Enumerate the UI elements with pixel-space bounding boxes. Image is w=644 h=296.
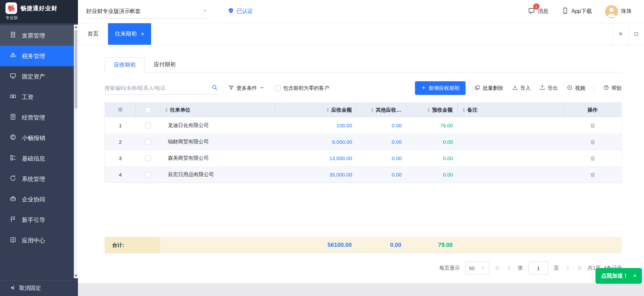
user-menu[interactable]: 珠珠 (605, 5, 632, 18)
search-icon[interactable] (211, 84, 218, 92)
import-button[interactable]: 导入 (512, 85, 531, 91)
sidebar-item-tax[interactable]: 税务管理 (0, 46, 78, 66)
tab-home[interactable]: 首页 (78, 23, 108, 45)
page-input[interactable] (532, 265, 545, 271)
checkbox-icon[interactable] (275, 85, 281, 91)
trash-icon[interactable] (590, 123, 596, 129)
base-info-icon (10, 154, 16, 163)
tab-opening-balance[interactable]: 往来期初 × (108, 23, 151, 45)
plus-icon (421, 85, 426, 91)
close-icon[interactable]: × (633, 272, 636, 279)
header-label: 应收金额 (331, 107, 352, 113)
row-checkbox[interactable] (145, 123, 151, 128)
sort-icon[interactable] (371, 108, 374, 112)
sidebar-item-reimburse[interactable]: 小畅报销 (0, 128, 78, 148)
total-other-receivable: 0.00 (357, 237, 406, 253)
export-button[interactable]: 导出 (539, 85, 558, 91)
scroll-down-icon[interactable] (75, 275, 77, 277)
header-other-receivable[interactable]: 其他应收… (357, 103, 406, 117)
first-page-button[interactable] (495, 265, 501, 271)
sidebar-item-fixed-asset[interactable]: 固定资产 (0, 66, 78, 87)
total-operations-cell (563, 237, 622, 253)
header-label: 其他应收… (376, 107, 401, 113)
scrollbar-thumb[interactable] (75, 30, 77, 109)
app-download-button[interactable]: App下载 (562, 7, 592, 16)
video-label: 视频 (575, 85, 585, 91)
sidebar-item-system[interactable]: 系统管理 (0, 169, 78, 189)
trash-icon[interactable] (590, 139, 596, 145)
sidebar: 畅 畅捷通好业财 专业版 发票管理 税务管理 固定资产 工资 (0, 0, 78, 296)
app-edition: 专业版 (5, 15, 72, 21)
certified-badge: 已认证 (228, 8, 253, 15)
import-icon (512, 85, 518, 91)
search-input[interactable] (105, 85, 211, 91)
trash-icon[interactable] (590, 155, 596, 161)
messages-button[interactable]: 消息 1 (528, 7, 549, 16)
inner-tab-label: 应收期初 (114, 61, 136, 69)
messages-label: 消息 (538, 8, 549, 15)
close-all-icon[interactable]: × (613, 23, 628, 45)
video-button[interactable]: 视频 (567, 85, 585, 91)
sidebar-item-label: 工资 (22, 93, 33, 101)
sort-icon[interactable] (462, 108, 465, 112)
trash-icon[interactable] (590, 172, 596, 178)
row-company[interactable]: 辰宏日用品有限公司 (160, 167, 275, 183)
receivable-table: 往来单位 应收金额 其他应收… 预收金额 (105, 102, 622, 183)
sort-icon[interactable] (427, 108, 430, 112)
sidebar-item-guide[interactable]: 新手引导 (0, 210, 78, 230)
tab-receivable-opening[interactable]: 应收期初 (105, 57, 145, 72)
select-all-checkbox[interactable] (145, 107, 151, 113)
row-note (458, 150, 564, 166)
header-note[interactable]: 备注 (458, 103, 564, 117)
sidebar-item-salary[interactable]: 工资 (0, 87, 78, 107)
more-filters-button[interactable]: 更多条件 (228, 85, 265, 91)
account-name: 好业财专业版演示帐套 (86, 8, 141, 15)
header-company[interactable]: 往来单位 (160, 103, 275, 117)
main-area: 好业财专业版演示帐套 已认证 消息 1 App下载 珠珠 (78, 0, 644, 296)
account-selector[interactable]: 好业财专业版演示帐套 (86, 5, 208, 18)
add-button-label: 新增应收期初 (429, 85, 459, 91)
row-note (458, 167, 564, 183)
sidebar-item-business[interactable]: 经营管理 (0, 107, 78, 128)
accelerate-button[interactable]: 点我加速！ × (595, 268, 642, 284)
prev-page-button[interactable] (506, 265, 512, 271)
batch-delete-button[interactable]: 批量删除 (474, 85, 503, 91)
add-receivable-button[interactable]: 新增应收期初 (415, 81, 466, 95)
include-zero-checkbox[interactable]: 包含期初为零的客户 (275, 85, 329, 91)
row-company[interactable]: 龙迪日化有限公司 (160, 117, 275, 133)
row-checkbox[interactable] (145, 139, 151, 145)
row-other-receivable: 0.00 (357, 150, 406, 166)
logo-icon: 畅 (5, 2, 17, 14)
restore-icon[interactable] (628, 23, 644, 45)
row-company[interactable]: 锦财商贸有限公司 (160, 134, 275, 150)
sort-icon[interactable] (165, 108, 168, 112)
sidebar-item-invoice[interactable]: 发票管理 (0, 25, 78, 46)
header-advance[interactable]: 预收金额 (406, 103, 458, 117)
tab-payable-opening[interactable]: 应付期初 (145, 57, 185, 72)
row-checkbox[interactable] (145, 172, 151, 178)
row-advance: 0.00 (406, 150, 458, 166)
sidebar-item-collaboration[interactable]: 企业协同 (0, 189, 78, 210)
row-company[interactable]: 森美商贸有限公司 (160, 150, 275, 166)
reimburse-icon (10, 134, 16, 142)
sidebar-item-label: 固定资产 (22, 73, 45, 81)
sidebar-scrollbar[interactable] (74, 25, 78, 278)
bottom-strip (78, 283, 644, 296)
table-empty-space (105, 183, 622, 237)
sort-icon[interactable] (326, 108, 329, 112)
per-page-select[interactable]: 50 (465, 262, 489, 274)
toolbar: 更多条件 包含期初为零的客户 新增应收期初 批量删除 (105, 81, 622, 95)
sidebar-item-base-info[interactable]: 基础信息 (0, 148, 78, 169)
row-other-receivable: 0.00 (357, 117, 406, 133)
header-receivable[interactable]: 应收金额 (275, 103, 357, 117)
funnel-icon (228, 85, 234, 91)
close-icon[interactable]: × (141, 31, 144, 37)
next-page-button[interactable] (564, 265, 571, 271)
unpin-sidebar-button[interactable]: 取消固定 (0, 280, 78, 296)
sidebar-item-app-center[interactable]: 应用中心 (0, 230, 78, 251)
column-settings-button[interactable] (105, 103, 136, 117)
help-button[interactable]: 帮助 (603, 85, 622, 91)
row-checkbox[interactable] (145, 155, 151, 161)
last-page-button[interactable] (576, 265, 582, 271)
scroll-up-icon[interactable] (75, 26, 77, 28)
